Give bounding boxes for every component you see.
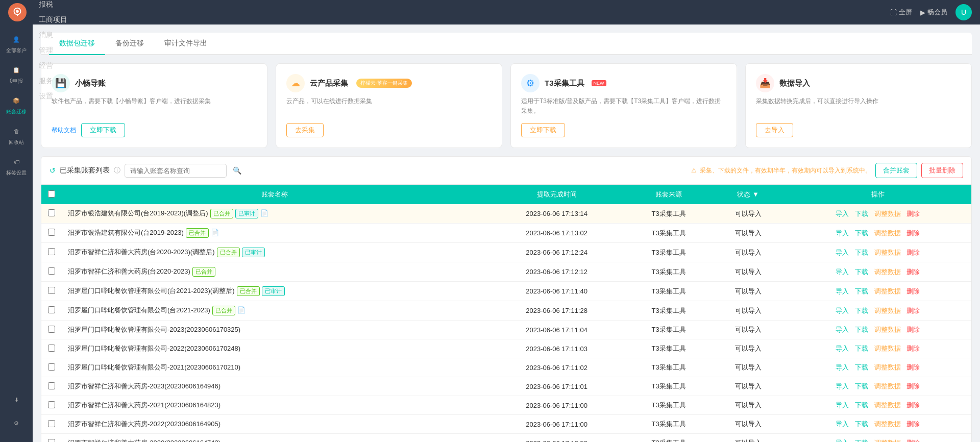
row-checkbox-11[interactable] [48, 420, 55, 427]
row-import-btn-2[interactable]: 导入 [834, 248, 851, 257]
row-download-btn-0[interactable]: 下载 [853, 209, 870, 218]
sidebar-item-download[interactable]: ⬇ [9, 389, 24, 410]
row-download-btn-8[interactable]: 下载 [853, 363, 870, 372]
row-checkbox-6[interactable] [48, 326, 55, 333]
row-download-btn-12[interactable]: 下载 [853, 438, 870, 442]
row-time-11: 2023-06-06 17:11:00 [488, 415, 625, 434]
row-import-btn-8[interactable]: 导入 [834, 363, 851, 372]
row-checkbox-0[interactable] [48, 209, 55, 216]
row-adjust-btn-2[interactable]: 调整数据 [872, 248, 903, 257]
member-btn[interactable]: ▶ 畅会员 [920, 8, 947, 17]
row-download-btn-5[interactable]: 下载 [853, 306, 870, 315]
row-import-btn-9[interactable]: 导入 [834, 382, 851, 391]
search-button[interactable]: 🔍 [231, 166, 243, 175]
row-download-btn-11[interactable]: 下载 [853, 420, 870, 429]
row-adjust-btn-6[interactable]: 调整数据 [872, 325, 903, 334]
row-import-btn-7[interactable]: 导入 [834, 344, 851, 353]
row-checkbox-10[interactable] [48, 401, 55, 408]
row-download-btn-6[interactable]: 下载 [853, 325, 870, 334]
refresh-icon[interactable]: ↺ [50, 166, 56, 175]
row-adjust-btn-9[interactable]: 调整数据 [872, 382, 903, 391]
row-adjust-btn-1[interactable]: 调整数据 [872, 229, 903, 238]
row-adjust-btn-5[interactable]: 调整数据 [872, 306, 903, 315]
row-delete-btn-10[interactable]: 删除 [904, 401, 922, 410]
nav-item-报税[interactable]: 报税 [33, 0, 74, 12]
sidebar-item-4[interactable]: 🏷 标签设置 [4, 151, 29, 182]
row-delete-btn-4[interactable]: 删除 [904, 287, 922, 296]
row-adjust-btn-3[interactable]: 调整数据 [872, 267, 903, 277]
row-delete-btn-2[interactable]: 删除 [904, 248, 922, 257]
row-adjust-btn-8[interactable]: 调整数据 [872, 363, 903, 372]
row-download-btn-7[interactable]: 下载 [853, 344, 870, 353]
card-btn-t3[interactable]: 立即下载 [521, 123, 565, 137]
nav-item-工商项目[interactable]: 工商项目 [33, 12, 74, 28]
merge-button[interactable]: 合并账套 [875, 163, 917, 178]
row-checkbox-3[interactable] [48, 267, 55, 275]
row-download-btn-2[interactable]: 下载 [853, 248, 870, 257]
row-import-btn-12[interactable]: 导入 [834, 438, 851, 442]
nav-item-管理[interactable]: 管理 [33, 43, 74, 58]
row-download-btn-9[interactable]: 下载 [853, 382, 870, 391]
row-checkbox-1[interactable] [48, 229, 55, 236]
row-delete-btn-9[interactable]: 删除 [904, 382, 922, 391]
row-download-btn-4[interactable]: 下载 [853, 287, 870, 296]
row-adjust-btn-12[interactable]: 调整数据 [872, 438, 903, 442]
row-import-btn-10[interactable]: 导入 [834, 401, 851, 410]
row-download-btn-10[interactable]: 下载 [853, 401, 870, 410]
nav-item-消息[interactable]: 消息 [33, 28, 74, 43]
search-input[interactable] [125, 164, 227, 178]
row-status-10: 可以导入 [712, 396, 784, 415]
row-checkbox-2[interactable] [48, 248, 55, 255]
sidebar-item-1[interactable]: 📋 0申报 [4, 59, 29, 90]
row-import-btn-11[interactable]: 导入 [834, 420, 851, 429]
fullscreen-btn[interactable]: ⛶ 全屏 [890, 8, 912, 17]
app-logo[interactable] [8, 3, 27, 21]
tab-1[interactable]: 备份迁移 [105, 33, 154, 55]
row-adjust-btn-10[interactable]: 调整数据 [872, 401, 903, 410]
row-import-btn-4[interactable]: 导入 [834, 287, 851, 296]
row-delete-btn-3[interactable]: 删除 [904, 267, 922, 277]
row-delete-btn-12[interactable]: 删除 [904, 438, 922, 442]
row-checkbox-5[interactable] [48, 306, 55, 313]
row-checkbox-7[interactable] [48, 345, 55, 352]
row-checkbox-8[interactable] [48, 363, 55, 371]
row-import-btn-5[interactable]: 导入 [834, 306, 851, 315]
row-delete-btn-5[interactable]: 删除 [904, 306, 922, 315]
row-checkbox-4[interactable] [48, 287, 55, 294]
user-avatar[interactable]: U [955, 4, 972, 20]
card-link-xiaochang[interactable]: 帮助文档 [52, 126, 76, 135]
row-checkbox-9[interactable] [48, 382, 55, 389]
row-import-btn-1[interactable]: 导入 [834, 229, 851, 238]
row-checkbox-12[interactable] [48, 439, 55, 443]
row-delete-btn-0[interactable]: 删除 [904, 209, 922, 218]
sidebar-item-settings[interactable]: ⚙ [9, 412, 24, 434]
card-btn-import[interactable]: 去导入 [756, 123, 793, 137]
row-delete-btn-11[interactable]: 删除 [904, 420, 922, 429]
help-icon[interactable]: ⓘ [114, 166, 120, 175]
row-import-btn-6[interactable]: 导入 [834, 325, 851, 334]
row-download-btn-3[interactable]: 下载 [853, 267, 870, 277]
row-adjust-btn-0[interactable]: 调整数据 [872, 209, 903, 218]
nav-item-服务[interactable]: 服务 [33, 73, 74, 89]
row-adjust-btn-4[interactable]: 调整数据 [872, 287, 903, 296]
sidebar-item-3[interactable]: 🗑 回收站 [4, 120, 29, 151]
sidebar-item-2[interactable]: 📦 账套迁移 [4, 90, 29, 120]
row-import-btn-3[interactable]: 导入 [834, 267, 851, 277]
row-delete-btn-6[interactable]: 删除 [904, 325, 922, 334]
row-import-btn-0[interactable]: 导入 [834, 209, 851, 218]
card-btn-xiaochang[interactable]: 立即下载 [81, 123, 125, 137]
settings-icon: ⚙ [11, 418, 22, 429]
batch-delete-button[interactable]: 批量删除 [921, 163, 963, 178]
row-delete-btn-7[interactable]: 删除 [904, 344, 922, 353]
row-adjust-btn-11[interactable]: 调整数据 [872, 420, 903, 429]
row-delete-btn-1[interactable]: 删除 [904, 229, 922, 238]
sidebar-item-0[interactable]: 👤 全部客户 [4, 29, 29, 59]
row-delete-btn-8[interactable]: 删除 [904, 363, 922, 372]
select-all-checkbox[interactable] [48, 190, 55, 198]
tab-2[interactable]: 审计文件导出 [154, 33, 217, 55]
row-download-btn-1[interactable]: 下载 [853, 229, 870, 238]
row-adjust-btn-7[interactable]: 调整数据 [872, 344, 903, 353]
card-btn-cloud[interactable]: 去采集 [286, 123, 324, 137]
nav-item-经营[interactable]: 经营 [33, 58, 74, 73]
nav-item-设置[interactable]: 设置 [33, 89, 74, 104]
